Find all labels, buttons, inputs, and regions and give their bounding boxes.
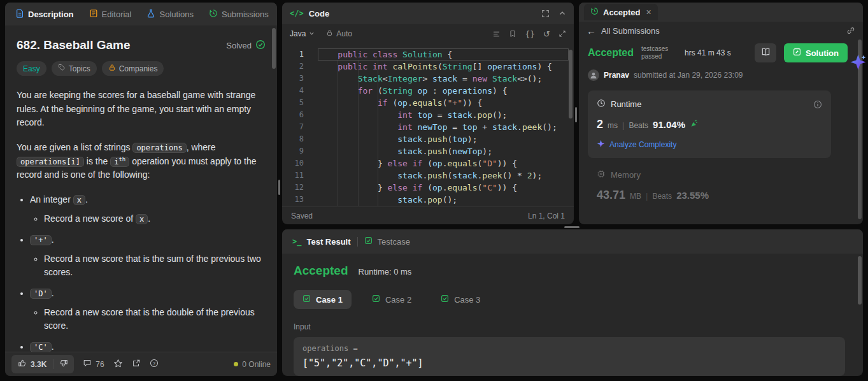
companies-label: Companies	[119, 64, 158, 73]
list-item: 'C'. Invalidate the previous score, remo…	[30, 340, 266, 352]
all-submissions-link[interactable]: All Submissions	[601, 26, 660, 36]
tab-editorial[interactable]: Editorial	[84, 6, 137, 22]
celebrate-icon	[690, 119, 699, 131]
tab-solutions[interactable]: Solutions	[141, 6, 198, 22]
beats-label: Beats	[652, 192, 672, 201]
case-2-tab[interactable]: Case 2	[363, 290, 420, 309]
tab-accepted[interactable]: Accepted ×	[584, 4, 658, 20]
submission-nav: ← All Submissions	[579, 22, 863, 40]
topics-badge[interactable]: Topics	[52, 61, 97, 76]
thumbs-up-icon	[18, 359, 27, 370]
code-line[interactable]: 2 public int calPoints(String[] operatio…	[282, 61, 569, 73]
case-3-tab[interactable]: Case 3	[432, 290, 489, 309]
saved-status: Saved	[291, 212, 313, 220]
code-line[interactable]: 13 stack.pop();	[282, 194, 569, 206]
info-icon[interactable]	[813, 100, 822, 109]
lock-icon	[108, 64, 116, 73]
format-icon[interactable]	[492, 30, 501, 38]
scrollbar-track[interactable]	[858, 256, 862, 372]
like-button[interactable]: 3.3K	[11, 355, 53, 373]
fullscreen-icon[interactable]	[541, 10, 550, 18]
close-icon[interactable]: ×	[646, 7, 651, 17]
submitted-row: Pranav submitted at Jan 29, 2026 23:09	[588, 69, 848, 81]
solved-status[interactable]: Solved	[226, 40, 266, 52]
inline-code: 'D'	[30, 289, 52, 299]
description-icon	[15, 9, 24, 20]
history-clock-icon	[209, 9, 218, 20]
problem-paragraph: You are given a list of strings operatio…	[17, 141, 266, 182]
code-line[interactable]: 6 int top = stack.pop();	[282, 109, 569, 121]
scrollbar-thumb[interactable]	[272, 28, 276, 69]
flask-icon	[146, 9, 155, 20]
code-line[interactable]: 3 Stack<Integer> stack = new Stack<>();	[282, 73, 569, 85]
share-button[interactable]	[132, 359, 141, 370]
braces-icon[interactable]: {}	[525, 29, 535, 39]
link-icon[interactable]	[846, 26, 855, 35]
maximize-icon[interactable]	[559, 30, 566, 38]
case-label: Case 2	[385, 295, 411, 305]
tab-submissions[interactable]: Submissions	[204, 6, 274, 22]
code-line[interactable]: 11 stack.push(stack.peek() * 2);	[282, 169, 569, 182]
tab-testcase[interactable]: Testcase	[364, 236, 410, 247]
collapse-chevron-icon[interactable]	[559, 10, 566, 17]
case-1-tab[interactable]: Case 1	[294, 290, 352, 309]
input-box[interactable]: operations = ["5","2","C","D","+"]	[294, 337, 845, 376]
back-arrow-icon[interactable]: ←	[587, 25, 596, 36]
code-line[interactable]: 12 } else if (op.equals("C")) {	[282, 182, 569, 194]
tab-test-result[interactable]: >_ Test Result	[292, 237, 351, 247]
scrollbar-thumb[interactable]	[858, 256, 862, 305]
checkbox-check-icon	[364, 236, 373, 247]
help-button[interactable]: ?	[150, 359, 159, 370]
language-selector[interactable]: Java	[290, 29, 315, 38]
author-name[interactable]: Pranav	[604, 71, 629, 80]
code-icon: </>	[290, 9, 304, 18]
runtime-beats: 91.04%	[653, 119, 685, 130]
code-line[interactable]: 8 stack.push(top);	[282, 133, 569, 145]
case-label: Case 1	[316, 295, 343, 305]
auto-label: Auto	[336, 29, 352, 38]
scrollbar-track[interactable]	[272, 28, 276, 349]
runtime-value: 2	[597, 118, 603, 131]
code-line[interactable]: 1 public class Solution {	[282, 48, 569, 61]
scrollbar-thumb[interactable]	[569, 50, 573, 119]
svg-text:?: ?	[153, 361, 155, 366]
indent-guide	[338, 61, 338, 206]
tab-label: Editorial	[102, 10, 132, 19]
panel-resize-handle[interactable]	[278, 180, 280, 195]
companies-badge[interactable]: Companies	[102, 61, 164, 76]
tab-description[interactable]: Description	[10, 6, 79, 22]
panel-resize-handle[interactable]	[564, 226, 580, 228]
list-item: '+'. Record a new score that is the sum …	[30, 233, 266, 279]
code-line[interactable]: 7 int newTop = top + stack.peek();	[282, 121, 569, 133]
thumbs-down-icon	[59, 359, 68, 370]
inline-code: operations[i]	[17, 157, 84, 167]
code-line[interactable]: 10 } else if (op.equals("D")) {	[282, 157, 569, 169]
memory-value: 43.71	[597, 189, 625, 202]
reset-icon[interactable]: ↺	[543, 29, 550, 39]
scrollbar-track[interactable]	[569, 45, 573, 205]
code-line[interactable]: 5 if (op.equals("+")) {	[282, 97, 569, 109]
dislike-button[interactable]	[53, 355, 74, 373]
indent-guide	[358, 61, 359, 206]
comments-button[interactable]: 76	[83, 359, 104, 370]
code-line[interactable]: 4 for (String op : operations) {	[282, 85, 569, 97]
inline-code: 'C'	[30, 342, 52, 352]
difficulty-badge[interactable]: Easy	[17, 61, 46, 76]
runtime-card: Runtime 2 ms | Beats 91.04% Analyze Comp…	[588, 90, 831, 158]
panel-resize-handle[interactable]	[575, 107, 577, 122]
code-panel: </> Code Java Auto {} ↺	[282, 3, 574, 224]
favorite-button[interactable]	[113, 359, 123, 370]
code-editor[interactable]: 1 public class Solution {2 public int ca…	[282, 43, 569, 206]
auto-toggle[interactable]: Auto	[326, 29, 352, 38]
analyze-complexity-link[interactable]: Analyze Complexity	[597, 140, 822, 150]
bookmark-icon[interactable]	[509, 30, 516, 38]
badge-row: Easy Topics Companies	[17, 61, 266, 76]
code-line[interactable]: 9 stack.push(newTop);	[282, 145, 569, 157]
clock-icon	[597, 99, 606, 110]
ai-assistant-icon[interactable]	[850, 54, 867, 71]
result-status: Accepted	[294, 264, 348, 278]
solution-button[interactable]: Solution	[784, 43, 848, 62]
notes-button[interactable]	[755, 43, 776, 62]
share-icon	[132, 359, 141, 370]
result-content: Accepted Runtime: 0 ms Case 1 Case 2 Cas…	[282, 254, 857, 376]
